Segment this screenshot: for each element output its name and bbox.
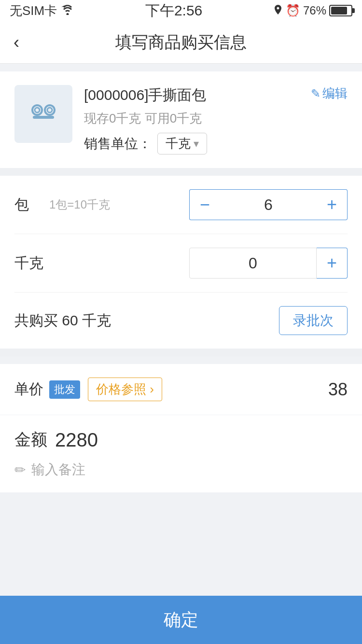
bao-label: 包 [14, 195, 43, 215]
product-unit-row: 销售单位： 千克 ▾ [84, 133, 348, 154]
product-stock: 现存0千克 可用0千克 [84, 110, 348, 127]
price-label: 单价 [14, 379, 43, 399]
remark-row[interactable]: ✏ 输入备注 [14, 461, 348, 479]
svg-point-3 [47, 108, 52, 112]
carrier-label: 无SIM卡 [10, 2, 57, 19]
kg-controls: + [189, 248, 348, 279]
divider-1 [0, 168, 362, 176]
confirm-button[interactable]: 确定 [0, 596, 362, 644]
bao-input[interactable] [220, 189, 317, 220]
wifi-icon [61, 3, 74, 18]
product-card: [0000006]手撕面包 现存0千克 可用0千克 销售单位： 千克 ▾ ✎ 编… [0, 71, 362, 168]
bao-quantity-row: 包 1包=10千克 − + [14, 176, 348, 234]
bao-plus-button[interactable]: + [317, 189, 348, 220]
price-section: 单价 批发 价格参照 › 38 [0, 364, 362, 415]
amount-value: 2280 [55, 429, 98, 451]
svg-point-0 [32, 105, 42, 115]
kg-plus-button[interactable]: + [317, 248, 348, 279]
battery-pct: 76% [303, 4, 326, 17]
battery-icon [329, 5, 352, 16]
amount-row: 金额 2280 [14, 429, 348, 451]
kg-label: 千克 [14, 253, 43, 273]
svg-point-2 [45, 105, 55, 115]
total-row: 共购买 60 千克 录批次 [14, 293, 348, 349]
batch-button[interactable]: 录批次 [279, 306, 348, 335]
product-thumbnail [14, 85, 72, 143]
remark-placeholder: 输入备注 [31, 461, 85, 479]
unit-label: 销售单位： [84, 135, 152, 153]
nav-bar: ‹ 填写商品购买信息 [0, 21, 362, 64]
product-info: [0000006]手撕面包 现存0千克 可用0千克 销售单位： 千克 ▾ [84, 85, 348, 154]
product-name: [0000006]手撕面包 [84, 85, 348, 105]
svg-point-1 [35, 108, 40, 112]
bao-minus-button[interactable]: − [189, 189, 220, 220]
edit-label: 编辑 [322, 85, 348, 102]
page-title: 填写商品购买信息 [115, 31, 247, 54]
kg-quantity-row: 千克 + [14, 234, 348, 293]
edit-button[interactable]: ✎ 编辑 [311, 85, 348, 102]
time-label: 下午2:56 [145, 1, 202, 21]
unit-select[interactable]: 千克 ▾ [157, 133, 207, 154]
kg-input[interactable] [189, 248, 317, 279]
svg-rect-4 [33, 116, 54, 119]
total-text: 共购买 60 千克 [14, 311, 111, 331]
edit-icon: ✎ [311, 87, 320, 100]
price-type-tag: 批发 [49, 380, 80, 399]
amount-section: 金额 2280 ✏ 输入备注 [0, 415, 362, 492]
alarm-icon: ⏰ [286, 4, 300, 17]
price-value: 38 [328, 379, 348, 400]
divider-2 [0, 349, 362, 356]
bao-controls: − + [189, 189, 348, 220]
status-bar: 无SIM卡 下午2:56 ⏰ 76% [0, 0, 362, 21]
price-ref-label: 价格参照 › [96, 381, 154, 398]
bao-section: 包 1包=10千克 − + 千克 + 共购买 60 千克 录批次 [0, 176, 362, 349]
amount-label: 金额 [14, 429, 47, 451]
location-icon [273, 4, 283, 17]
dropdown-arrow-icon: ▾ [194, 138, 199, 150]
back-button[interactable]: ‹ [14, 32, 19, 53]
pencil-icon: ✏ [14, 462, 26, 478]
unit-value: 千克 [166, 135, 191, 152]
price-ref-button[interactable]: 价格参照 › [88, 378, 162, 401]
confirm-label: 确定 [164, 608, 198, 632]
bao-sublabel: 1包=10千克 [49, 197, 189, 212]
